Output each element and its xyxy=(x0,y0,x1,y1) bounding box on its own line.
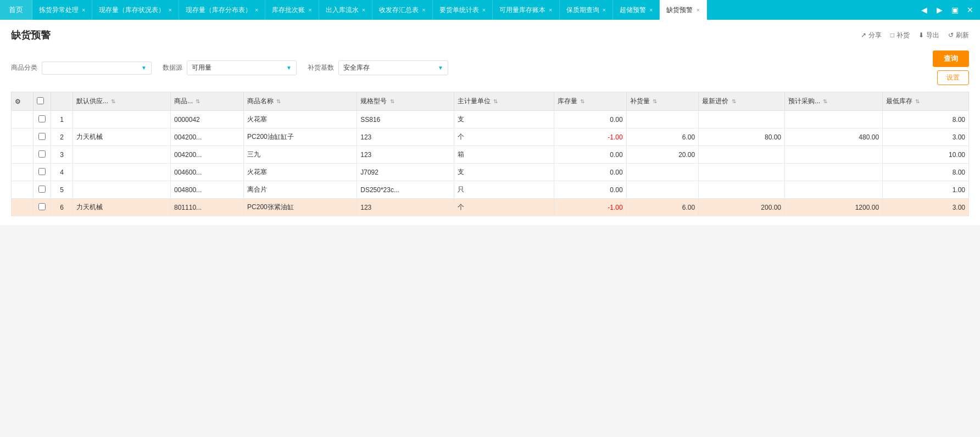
cell-spec-0: SS816 xyxy=(357,111,454,128)
restock-label: 补货 xyxy=(897,31,910,40)
tab-inout-flow[interactable]: 出入库流水 × xyxy=(319,0,372,20)
th-goods-code[interactable]: 商品... ⇅ xyxy=(171,92,244,111)
filter-restock-base-arrow-icon: ▼ xyxy=(438,65,443,71)
tab-order-stats-close[interactable]: × xyxy=(482,7,486,13)
tab-batch-account[interactable]: 库存批次账 × xyxy=(265,0,319,20)
row-checkbox-1[interactable] xyxy=(38,133,46,140)
filter-restock-base-label: 补货基数 xyxy=(308,63,334,72)
row-checkbox-3[interactable] xyxy=(38,168,46,175)
tab-overstock-warn-close[interactable]: × xyxy=(649,7,653,13)
th-est-purchase[interactable]: 预计采购... ⇅ xyxy=(785,92,883,111)
tab-inout-flow-close[interactable]: × xyxy=(362,7,365,13)
tab-current-stock-status[interactable]: 现存量（库存状况表） × xyxy=(92,0,179,20)
refresh-action[interactable]: ↺ 刷新 xyxy=(948,31,969,40)
row-checkbox-2[interactable] xyxy=(38,150,46,158)
row-checkbox-5[interactable] xyxy=(38,203,46,210)
tab-overstock-warn[interactable]: 超储预警 × xyxy=(613,0,660,20)
tab-current-stock-status-label: 现存量（库存状况表） xyxy=(99,5,165,15)
cell-latest-price-1: 80.00 xyxy=(699,128,785,146)
cell-settings-0 xyxy=(12,111,34,128)
cell-checkbox-1[interactable] xyxy=(34,128,51,146)
cell-min-stock-3: 8.00 xyxy=(883,164,969,181)
tab-available-ledger-close[interactable]: × xyxy=(549,7,552,13)
tab-current-stock-dist-close[interactable]: × xyxy=(255,7,258,13)
restock-action[interactable]: □ 补货 xyxy=(890,31,910,40)
query-button[interactable]: 查询 xyxy=(933,51,969,67)
nav-controls: ◀ ▶ ▣ ✕ xyxy=(916,2,980,18)
filter-category-select[interactable]: ▼ xyxy=(42,61,152,75)
th-checkbox[interactable] xyxy=(34,92,51,111)
filter-right-actions: 查询 设置 xyxy=(933,51,969,85)
cell-checkbox-5[interactable] xyxy=(34,199,51,216)
cell-restock-qty-4 xyxy=(626,181,699,199)
nav-close-all-button[interactable]: ✕ xyxy=(962,2,978,18)
table-row: 3 004200... 三九 123 箱 0.00 20.00 10.00 xyxy=(12,146,969,164)
cell-latest-price-5: 200.00 xyxy=(699,199,785,216)
cell-min-stock-1: 3.00 xyxy=(883,128,969,146)
cell-supplier-4 xyxy=(73,181,171,199)
table-header-row: ⚙ 默认供应... ⇅ 商品... ⇅ 商品名称 ⇅ xyxy=(12,92,969,111)
tab-receipt-summary-close[interactable]: × xyxy=(422,7,425,13)
cell-supplier-2 xyxy=(73,146,171,164)
nav-tabs-bar: 首页 拣货异常处理 × 现存量（库存状况表） × 现存量（库存分布表） × 库存… xyxy=(0,0,980,20)
th-goods-name[interactable]: 商品名称 ⇅ xyxy=(244,92,357,111)
settings-button[interactable]: 设置 xyxy=(937,70,969,85)
cell-stock-5: -1.00 xyxy=(554,199,627,216)
cell-latest-price-3 xyxy=(699,164,785,181)
cell-restock-qty-0 xyxy=(626,111,699,128)
filter-category-label: 商品分类 xyxy=(11,63,37,72)
th-restock-qty[interactable]: 补货量 ⇅ xyxy=(626,92,699,111)
tab-expiry-query-close[interactable]: × xyxy=(603,7,606,13)
th-unit[interactable]: 主计量单位 ⇅ xyxy=(454,92,554,111)
cell-checkbox-3[interactable] xyxy=(34,164,51,181)
cell-index-2: 3 xyxy=(51,146,73,164)
th-settings[interactable]: ⚙ xyxy=(12,92,34,111)
cell-spec-3: J7092 xyxy=(357,164,454,181)
cell-min-stock-2: 10.00 xyxy=(883,146,969,164)
th-index xyxy=(51,92,73,111)
tab-current-stock-status-close[interactable]: × xyxy=(168,7,171,13)
nav-prev-button[interactable]: ◀ xyxy=(916,2,932,18)
tab-defect-processing[interactable]: 拣货异常处理 × xyxy=(32,0,92,20)
cell-goods-name-1: PC200油缸缸子 xyxy=(244,128,357,146)
cell-checkbox-0[interactable] xyxy=(34,111,51,128)
tab-available-ledger[interactable]: 可用量库存账本 × xyxy=(493,0,559,20)
filter-datasource-select[interactable]: 可用量 ▼ xyxy=(187,60,297,75)
tab-current-stock-dist[interactable]: 现存量（库存分布表） × xyxy=(179,0,265,20)
row-checkbox-4[interactable] xyxy=(38,186,46,193)
table-row: 2 力天机械 004200... PC200油缸缸子 123 个 -1.00 6… xyxy=(12,128,969,146)
row-checkbox-0[interactable] xyxy=(38,115,46,122)
cell-restock-qty-3 xyxy=(626,164,699,181)
tab-expiry-query[interactable]: 保质期查询 × xyxy=(560,0,613,20)
filter-restock-base-select[interactable]: 安全库存 ▼ xyxy=(338,60,448,75)
tab-receipt-summary[interactable]: 收发存汇总表 × xyxy=(372,0,432,20)
th-stock[interactable]: 库存量 ⇅ xyxy=(554,92,627,111)
share-icon: ↗ xyxy=(861,31,866,39)
tab-defect-processing-close[interactable]: × xyxy=(82,7,85,13)
share-action[interactable]: ↗ 分享 xyxy=(861,31,882,40)
cell-checkbox-4[interactable] xyxy=(34,181,51,199)
th-supplier[interactable]: 默认供应... ⇅ xyxy=(73,92,171,111)
th-min-stock[interactable]: 最低库存 ⇅ xyxy=(883,92,969,111)
header-actions: ↗ 分享 □ 补货 ⬇ 导出 ↺ 刷新 xyxy=(861,31,969,40)
cell-index-4: 5 xyxy=(51,181,73,199)
select-all-checkbox[interactable] xyxy=(37,97,44,104)
cell-min-stock-0: 8.00 xyxy=(883,111,969,128)
filter-restock-base-value: 安全库存 xyxy=(343,63,370,72)
th-latest-price[interactable]: 最新进价 ⇅ xyxy=(699,92,785,111)
cell-settings-2 xyxy=(12,146,34,164)
nav-restore-button[interactable]: ▣ xyxy=(947,2,962,18)
cell-restock-qty-2: 20.00 xyxy=(626,146,699,164)
cell-settings-3 xyxy=(12,164,34,181)
tab-home[interactable]: 首页 xyxy=(0,0,32,20)
th-spec[interactable]: 规格型号 ⇅ xyxy=(357,92,454,111)
cell-checkbox-2[interactable] xyxy=(34,146,51,164)
tab-batch-account-close[interactable]: × xyxy=(308,7,311,13)
cell-restock-qty-5: 6.00 xyxy=(626,199,699,216)
tab-shortage-warn[interactable]: 缺货预警 × xyxy=(660,0,706,20)
nav-next-button[interactable]: ▶ xyxy=(932,2,947,18)
tab-order-stats[interactable]: 要货单统计表 × xyxy=(433,0,493,20)
cell-goods-code-3: 004600... xyxy=(171,164,244,181)
tab-shortage-warn-close[interactable]: × xyxy=(696,7,699,13)
export-action[interactable]: ⬇ 导出 xyxy=(918,31,939,40)
